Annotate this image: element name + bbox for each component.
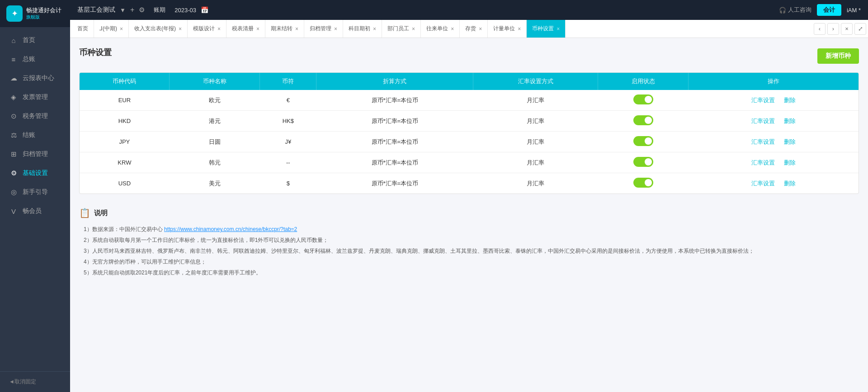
tab-close-icon[interactable]: × (373, 26, 376, 32)
status-toggle[interactable] (633, 94, 653, 104)
cell-status (598, 111, 689, 132)
notice-item: 2）系统自动获取每月第一个工作日的汇率标价，统一为直接标价法，即1外币可以兑换的… (84, 235, 859, 246)
table-row: JPY 日圆 J¥ 原币*汇率=本位币 月汇率 汇率设置 删除 (80, 132, 859, 152)
tab-expand-button[interactable]: ⤢ (854, 23, 866, 35)
app-logo-icon: ✦ (6, 5, 23, 22)
col-action: 操作 (689, 73, 859, 90)
tab-period-end[interactable]: 期末结转 × (265, 20, 304, 38)
sidebar-item-archive[interactable]: ⊞ 归档管理 (0, 145, 70, 164)
delete-link[interactable]: 删除 (784, 138, 796, 145)
tab-close-icon[interactable]: × (479, 26, 482, 32)
col-calc: 折算方式 (316, 73, 473, 90)
tab-close-icon[interactable]: × (334, 26, 337, 32)
status-toggle[interactable] (633, 136, 653, 146)
cell-code: JPY (80, 132, 170, 152)
gear-icon[interactable]: ⚙ (139, 6, 145, 14)
notice-header: 📋 说明 (79, 208, 859, 218)
tab-template[interactable]: 模版设计 × (188, 20, 226, 38)
sidebar-item-guide[interactable]: ◎ 新手引导 (0, 183, 70, 202)
tab-taxclear[interactable]: 税表清册 × (226, 20, 265, 38)
tab-home[interactable]: 首页 (72, 20, 94, 38)
tab-close-icon[interactable]: × (451, 26, 454, 32)
tab-prev-button[interactable]: ‹ (814, 23, 826, 35)
archive-icon: ⊞ (9, 150, 18, 158)
tab-label: 归档管理 (310, 25, 331, 33)
dropdown-icon[interactable]: ▼ (120, 7, 126, 14)
sidebar-item-home[interactable]: ⌂ 首页 (0, 31, 70, 50)
tab-label: 币种设置 (532, 25, 554, 33)
tab-subjects[interactable]: 科目期初 × (343, 20, 382, 38)
delete-link[interactable]: 删除 (784, 180, 796, 187)
status-toggle[interactable] (633, 178, 653, 188)
rate-setting-link[interactable]: 汇率设置 (751, 138, 775, 145)
app-edition: 旗舰版 (26, 14, 61, 20)
sidebar-item-checkout[interactable]: ⚖ 结账 (0, 126, 70, 145)
help-button[interactable]: 🎧 人工咨询 (779, 6, 811, 14)
cell-action: 汇率设置 删除 (689, 111, 859, 132)
sidebar-item-invoice[interactable]: ◈ 发票管理 (0, 88, 70, 107)
tab-label: 计量单位 (493, 25, 515, 33)
delete-link[interactable]: 删除 (784, 159, 796, 166)
rate-setting-link[interactable]: 汇率设置 (751, 180, 775, 187)
tab-balance[interactable]: ⅃(中期) × (94, 20, 129, 38)
sidebar-item-member[interactable]: V 畅会员 (0, 202, 70, 221)
header-right: 🎧 人工咨询 会计 iAM * (779, 4, 861, 16)
company-name: 基层工会测试 (77, 6, 115, 14)
rate-setting-link[interactable]: 汇率设置 (751, 97, 775, 104)
tab-label: ⅃(中期) (99, 25, 117, 33)
sidebar-pin-toggle[interactable]: ◄取消固定 (0, 371, 70, 392)
cell-rate-type: 月汇率 (473, 90, 598, 111)
sidebar-item-ledger[interactable]: ≡ 总账 (0, 50, 70, 69)
tab-close-icon[interactable]: × (518, 26, 521, 32)
tab-label: 科目期初 (349, 25, 370, 33)
tab-close-all-button[interactable]: × (841, 23, 853, 35)
page-title: 币种设置 (79, 47, 112, 58)
table-row: USD 美元 $ 原币*汇率=本位币 月汇率 汇率设置 删除 (80, 173, 859, 194)
tab-next-button[interactable]: › (827, 23, 839, 35)
tab-clients[interactable]: 往来单位 × (421, 20, 460, 38)
notice-external-link[interactable]: https://www.chinamoney.com.cn/chinese/bk… (164, 226, 297, 232)
tab-income[interactable]: 收入支出表(年报) × (129, 20, 188, 38)
cell-name: 欧元 (170, 90, 260, 111)
cell-calc: 原币*汇率=本位币 (316, 152, 473, 173)
status-toggle[interactable] (633, 115, 653, 125)
sidebar-item-tax[interactable]: ⊙ 税务管理 (0, 107, 70, 126)
table-row: EUR 欧元 € 原币*汇率=本位币 月汇率 汇率设置 删除 (80, 90, 859, 111)
sidebar-item-reports[interactable]: ☁ 云报表中心 (0, 69, 70, 88)
tab-inventory[interactable]: 存货 × (460, 20, 488, 38)
rate-setting-link[interactable]: 汇率设置 (751, 118, 775, 124)
tab-filing[interactable]: 归档管理 × (304, 20, 343, 38)
new-currency-button[interactable]: 新增币种 (817, 48, 859, 64)
cell-symbol: -- (260, 152, 316, 173)
rate-setting-link[interactable]: 汇率设置 (751, 159, 775, 166)
tab-close-icon[interactable]: × (412, 26, 415, 32)
tab-close-icon[interactable]: × (120, 26, 123, 32)
period-value: 2023-03 (175, 7, 196, 14)
tab-currency[interactable]: 币种设置 × (527, 20, 566, 38)
delete-link[interactable]: 删除 (784, 118, 796, 124)
cell-status (598, 90, 689, 111)
sidebar-item-label: 结账 (23, 131, 35, 139)
tab-units[interactable]: 计量单位 × (488, 20, 527, 38)
tab-close-icon[interactable]: × (179, 26, 182, 32)
tab-staff[interactable]: 部门员工 × (382, 20, 421, 38)
currency-table: 币种代码 币种名称 币符 折算方式 汇率设置方式 启用状态 操作 EUR 欧元 … (79, 72, 859, 194)
notice-title: 说明 (94, 209, 108, 217)
account-type-button[interactable]: 会计 (817, 4, 841, 16)
tab-close-icon[interactable]: × (557, 26, 560, 32)
add-icon[interactable]: + (130, 6, 134, 14)
tab-label: 期末结转 (271, 25, 292, 33)
delete-link[interactable]: 删除 (784, 97, 796, 104)
tab-close-icon[interactable]: × (256, 26, 259, 32)
tab-close-icon[interactable]: × (295, 26, 298, 32)
calendar-icon[interactable]: 📅 (201, 6, 208, 14)
status-toggle[interactable] (633, 157, 653, 167)
sidebar-item-settings[interactable]: ⚙ 基础设置 (0, 164, 70, 183)
sidebar-logo: ✦ 畅捷通好会计 旗舰版 (0, 0, 70, 27)
sidebar-item-label: 新手引导 (23, 188, 48, 196)
table-row: KRW 韩元 -- 原币*汇率=本位币 月汇率 汇率设置 删除 (80, 152, 859, 173)
tab-label: 存货 (465, 25, 476, 33)
col-status: 启用状态 (598, 73, 689, 90)
cell-rate-type: 月汇率 (473, 173, 598, 194)
tab-close-icon[interactable]: × (217, 26, 221, 32)
